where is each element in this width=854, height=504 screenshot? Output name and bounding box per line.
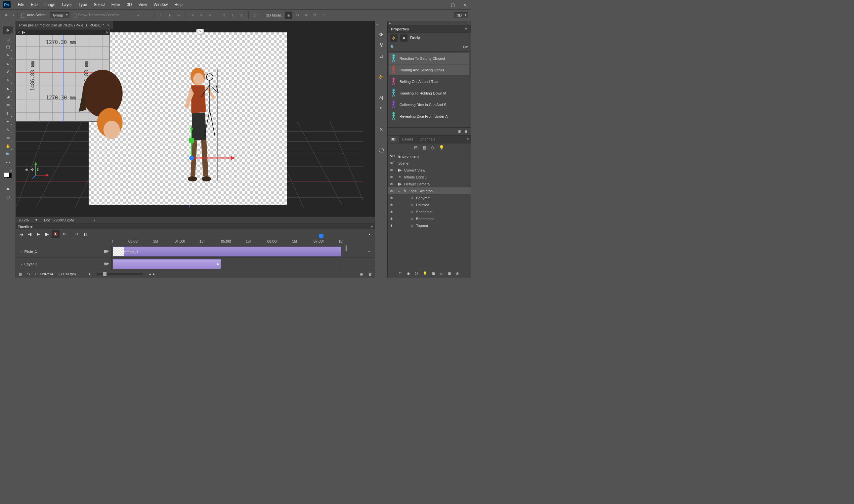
path-select-tool[interactable]: ↖ [3,126,13,133]
filter-scene-icon[interactable]: ⊞ [414,145,418,150]
frames-icon[interactable]: ▦ [19,272,22,276]
animation-item[interactable]: Revealing Dice From Under A [389,111,469,122]
align-bottom-icon[interactable]: ⫠ [143,12,151,19]
timeline-zoom-slider[interactable] [97,273,143,275]
sv-swap-icon[interactable]: ⇲ [105,30,108,34]
auto-align-icon[interactable]: ⬚ [252,12,259,19]
align-left-icon[interactable]: ⊢ [158,12,165,19]
show-transform-checkbox[interactable]: Show Transform Controls [73,13,119,17]
zoom-out-timeline-icon[interactable]: ▲ [88,272,91,276]
scene-tree-row[interactable]: 👁 ✦ Environment [388,153,471,160]
marquee-tool[interactable]: ⬚ [3,35,13,43]
playhead[interactable] [319,234,324,239]
align-right-icon[interactable]: ⊣ [175,12,182,19]
visibility-eye-icon[interactable]: 👁 [390,217,394,221]
footer-icon-2[interactable]: ◉ [407,271,410,276]
foreground-color[interactable] [4,172,9,178]
character-pose-icon[interactable]: ⛹ [390,34,398,42]
quick-mask-icon[interactable]: ◙ [3,184,13,192]
menu-edit[interactable]: Edit [28,1,41,8]
character-panel-icon[interactable]: ⛹ [378,74,385,80]
quick-select-tool[interactable]: ✎ [3,51,13,59]
tools-preset-icon[interactable]: ✕ [378,126,385,132]
footer-render-icon[interactable]: ▭ [440,271,443,276]
footer-camera-icon[interactable]: ▣ [432,271,435,276]
animation-item[interactable]: Kneeling To Holding Down M [389,88,469,98]
3d-slide-icon[interactable]: ⇄ [311,12,318,19]
3d-orbit-icon[interactable]: ◉ [285,12,292,19]
scene-tree-row[interactable]: 👁 ▮▸ Default Camera [388,180,471,187]
new-icon[interactable]: ▣ [458,129,461,133]
crop-tool[interactable]: ⟁ [3,59,13,68]
sv-close-icon[interactable]: × [18,30,19,34]
scene-tree-row[interactable]: 👁 ▮▸ Current View [388,166,471,174]
scene-tree-row[interactable]: 👁 ⌄ ⋔ Tops_Skeleton [388,187,471,194]
color-swatches[interactable]: ⤮ [4,170,12,178]
prev-frame-icon[interactable]: ◂▮ [26,230,34,238]
go-start-icon[interactable]: ⏮ [17,230,25,238]
menu-image[interactable]: Image [41,1,58,8]
timeline-menu-icon[interactable]: ≡ [371,224,373,228]
delete-track-icon[interactable]: 🗑 [368,272,372,276]
zoom-menu-icon[interactable]: ▾ [35,218,37,222]
panel-menu-icon[interactable]: ≡ [465,27,467,31]
secondary-3d-view[interactable]: × ▮▸ ⇲ 1270.30 mm [16,29,110,122]
distribute-v-icon[interactable]: ⦀ [229,12,237,19]
scene-tree-row[interactable]: 👁 ☰ Scene [388,160,471,166]
brush-tool[interactable]: ✎ [3,76,13,84]
trash-icon[interactable]: 🗑 [464,129,468,133]
adjustments-icon[interactable]: Ⴤ [378,42,385,49]
visibility-eye-icon[interactable]: 👁 [390,224,394,228]
menu-layer[interactable]: Layer [58,1,75,8]
auto-select-dropdown[interactable]: Group [50,12,69,18]
libraries-icon[interactable]: ⬗ [378,31,385,37]
animation-item[interactable]: Pouring And Serving Drinks [389,65,469,75]
timeline-settings-icon[interactable]: ⚙ [60,230,68,238]
footer-icon-3[interactable]: ⬡ [415,271,418,276]
menu-file[interactable]: File [15,1,28,8]
lasso-tool[interactable]: ◯ [3,43,13,51]
visibility-eye-icon[interactable]: 👁 [390,175,394,179]
menu-filter[interactable]: Filter [108,1,124,8]
visibility-eye-icon[interactable]: 👁 [390,189,394,193]
3d-selection-box[interactable] [170,69,217,181]
visibility-eye-icon[interactable]: 👁 [390,203,394,207]
timeline-track-layer1[interactable]: › Layer 1 ⊞▾ ▸ ＋ [16,258,375,270]
screen-mode-icon[interactable]: ▢ [3,193,13,201]
distribute-s-icon[interactable]: ⦀ [238,12,245,19]
3d-scale-icon[interactable]: ⬚ [319,12,327,19]
timeline-ruler[interactable]: f 03:00f 15f 04:00f 15f 05:00f 15f 06:00… [16,239,375,245]
expand-arrow-icon[interactable]: ⌄ [398,190,400,193]
cc-icon[interactable]: ◯ [378,146,385,153]
next-frame-icon[interactable]: ▮▸ [43,230,51,238]
mute-icon[interactable]: 🔇 [52,230,59,238]
paragraph-icon[interactable]: ¶ [378,105,385,112]
3d-rotate-icon[interactable]: ↻ [294,12,301,19]
align-top-icon[interactable]: ⫠ [126,12,134,19]
split-clip-icon[interactable]: ✂ [72,230,81,238]
pan-view-icon[interactable]: ✥ [31,167,34,172]
type-tool[interactable]: T [3,109,13,117]
visibility-eye-icon[interactable]: 👁 [390,196,394,200]
zoom-in-timeline-icon[interactable]: ▲▲ [148,272,155,276]
scene-tree-row[interactable]: 👁 ◇ Topmat [388,222,471,229]
move-tool[interactable]: ✥ [3,26,13,34]
zoom-level[interactable]: 70.2% [19,218,29,222]
render-icon[interactable]: ↪ [27,272,30,276]
tl-up-icon[interactable]: ▴ [365,230,373,238]
tab-3d[interactable]: 3D [388,136,399,143]
distribute-1-icon[interactable]: ≡ [189,12,196,19]
distribute-2-icon[interactable]: ≡ [198,12,205,19]
3d-pan-icon[interactable]: ✥ [302,12,310,19]
window-minimize[interactable]: — [436,1,446,8]
video-clip-pixie[interactable]: ▸ Pixie_1 [113,247,341,256]
track-options-icon[interactable]: ⊞▾ [104,249,109,253]
eraser-tool[interactable]: ◢ [3,92,13,101]
workspace-dropdown[interactable]: 3D [454,12,468,18]
char-a-icon[interactable]: A| [378,94,385,101]
camera-icon[interactable]: ▮▸ [21,30,25,34]
auto-select-checkbox[interactable]: Auto-Select: [21,13,47,17]
add-media-icon[interactable]: ＋ [365,248,373,255]
visibility-eye-icon[interactable]: 👁 [390,168,394,172]
menu-view[interactable]: View [135,1,151,8]
